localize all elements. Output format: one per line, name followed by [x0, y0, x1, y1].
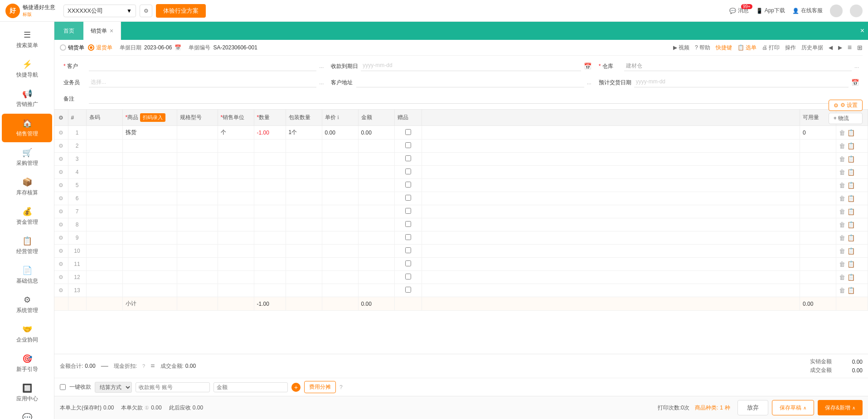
row-barcode[interactable]: [86, 192, 122, 205]
row-desc[interactable]: [422, 166, 800, 179]
row-qty[interactable]: [254, 166, 286, 179]
row-pack-qty[interactable]: [286, 192, 322, 205]
row-spec[interactable]: [177, 258, 218, 271]
prev-btn[interactable]: ◀: [829, 44, 833, 51]
row-unit[interactable]: [218, 271, 254, 284]
sidebar-item-marketing[interactable]: 📢 营销推广: [2, 84, 52, 113]
row-product[interactable]: [122, 218, 177, 231]
due-date-calendar-icon[interactable]: 📅: [584, 63, 592, 70]
sidebar-item-finance[interactable]: 💰 资金管理: [2, 202, 52, 231]
row-spec[interactable]: [177, 153, 218, 166]
one-click-checkbox[interactable]: [60, 384, 66, 390]
row-amount[interactable]: 0.00: [358, 126, 394, 140]
row-copy-icon[interactable]: 📋: [847, 221, 855, 228]
row-pack-qty[interactable]: [286, 166, 322, 179]
video-btn[interactable]: ▶ 视频: [673, 44, 689, 52]
row-unit[interactable]: [218, 166, 254, 179]
row-spec[interactable]: [177, 231, 218, 245]
row-settings[interactable]: ⚙: [54, 126, 68, 140]
tab-home[interactable]: 首页: [54, 22, 83, 40]
row-price[interactable]: [322, 284, 358, 297]
customer-addr-input[interactable]: [356, 77, 584, 87]
row-amount[interactable]: [358, 192, 394, 205]
row-desc[interactable]: [422, 284, 800, 297]
row-qty[interactable]: [254, 179, 286, 192]
row-settings[interactable]: ⚙: [54, 166, 68, 179]
row-amount[interactable]: [358, 231, 394, 245]
row-copy-icon[interactable]: 📋: [847, 234, 855, 241]
price-info-icon[interactable]: ℹ: [337, 115, 339, 120]
row-spec[interactable]: [177, 271, 218, 284]
row-price[interactable]: [322, 271, 358, 284]
row-qty[interactable]: [254, 218, 286, 231]
row-barcode[interactable]: [86, 153, 122, 166]
row-copy-icon[interactable]: 📋: [847, 287, 855, 294]
logistics-button[interactable]: + 物流: [829, 113, 863, 124]
row-gift[interactable]: [394, 166, 422, 179]
row-qty[interactable]: [254, 192, 286, 205]
row-delete-icon[interactable]: 🗑: [839, 169, 845, 176]
row-amount[interactable]: [358, 258, 394, 271]
row-gift[interactable]: [394, 153, 422, 166]
row-unit[interactable]: [218, 258, 254, 271]
row-price[interactable]: [322, 231, 358, 245]
row-qty[interactable]: [254, 153, 286, 166]
row-qty[interactable]: [254, 140, 286, 153]
row-delete-icon[interactable]: 🗑: [839, 155, 845, 163]
row-price[interactable]: [322, 245, 358, 258]
row-barcode[interactable]: [86, 205, 122, 218]
row-delete-icon[interactable]: 🗑: [839, 247, 845, 255]
payment-method-select[interactable]: 结算方式: [95, 382, 132, 393]
row-spec[interactable]: [177, 205, 218, 218]
row-unit[interactable]: [218, 179, 254, 192]
row-copy-icon[interactable]: 📋: [847, 155, 855, 163]
warehouse-dots[interactable]: ...: [854, 63, 859, 69]
row-gift[interactable]: [394, 231, 422, 245]
row-desc[interactable]: [422, 258, 800, 271]
row-amount[interactable]: [358, 271, 394, 284]
row-pack-qty[interactable]: [286, 153, 322, 166]
app-download-btn[interactable]: 📱 App下载: [756, 7, 785, 14]
row-copy-icon[interactable]: 📋: [847, 247, 855, 255]
row-price[interactable]: [322, 179, 358, 192]
row-settings[interactable]: ⚙: [54, 218, 68, 231]
row-unit[interactable]: [218, 205, 254, 218]
row-price[interactable]: [322, 166, 358, 179]
row-qty[interactable]: [254, 271, 286, 284]
row-pack-qty[interactable]: [286, 205, 322, 218]
row-copy-icon[interactable]: 📋: [847, 182, 855, 189]
row-unit[interactable]: [218, 192, 254, 205]
delivery-date-input[interactable]: yyyy-mm-dd: [634, 77, 849, 87]
calendar-icon[interactable]: 📅: [175, 44, 181, 51]
radio-sale[interactable]: 销货单: [60, 44, 84, 52]
row-qty[interactable]: [254, 258, 286, 271]
notes-input[interactable]: [89, 94, 859, 104]
th-settings[interactable]: ⚙: [54, 110, 68, 126]
row-desc[interactable]: [422, 153, 800, 166]
grid-view-btn[interactable]: ⊞: [857, 44, 863, 51]
due-date-input[interactable]: yyyy-mm-dd: [361, 61, 581, 71]
row-delete-icon[interactable]: 🗑: [839, 182, 845, 189]
row-settings[interactable]: ⚙: [54, 245, 68, 258]
row-barcode[interactable]: [86, 271, 122, 284]
row-qty[interactable]: [254, 284, 286, 297]
row-price[interactable]: [322, 140, 358, 153]
select-btn[interactable]: 📋 选单: [737, 44, 756, 52]
row-delete-icon[interactable]: 🗑: [839, 142, 845, 149]
row-copy-icon[interactable]: 📋: [847, 195, 855, 202]
sidebar-item-sales[interactable]: 🏠 销售管理: [2, 114, 52, 142]
row-copy-icon[interactable]: 📋: [847, 169, 855, 176]
row-spec[interactable]: [177, 166, 218, 179]
radio-return[interactable]: 退货单: [88, 44, 112, 52]
row-product[interactable]: 拣货: [122, 126, 177, 140]
row-qty[interactable]: [254, 231, 286, 245]
warehouse-input[interactable]: 建材仓: [624, 61, 852, 71]
row-pack-qty[interactable]: [286, 284, 322, 297]
row-gift[interactable]: [394, 271, 422, 284]
sidebar-item-operations[interactable]: 📋 经营管理: [2, 231, 52, 260]
row-product[interactable]: [122, 245, 177, 258]
row-copy-icon[interactable]: 📋: [847, 129, 855, 136]
message-btn[interactable]: 💬 消息 99+: [729, 7, 749, 14]
calc-info-icon[interactable]: ?: [142, 363, 145, 369]
row-settings[interactable]: ⚙: [54, 179, 68, 192]
